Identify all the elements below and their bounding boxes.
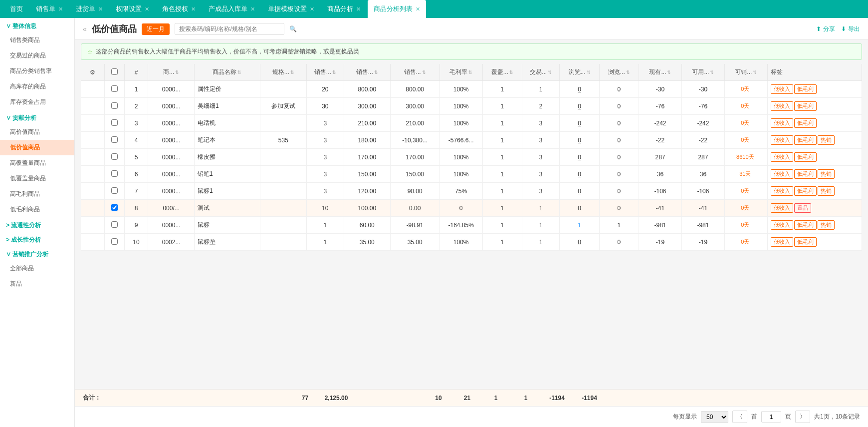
browse-link[interactable]: 1 [578, 222, 581, 229]
search-icon[interactable]: 🔍 [289, 25, 297, 32]
td-browse1[interactable]: 0 [560, 183, 599, 200]
settings-icon[interactable]: ⚙ [90, 69, 95, 76]
nav-permission[interactable]: 权限设置 ✕ [110, 0, 155, 18]
nav-role[interactable]: 角色授权 ✕ [156, 0, 202, 18]
td-browse1[interactable]: 1 [560, 217, 599, 234]
browse-link[interactable]: 0 [578, 120, 581, 127]
browse-link[interactable]: 0 [578, 205, 581, 212]
td-browse1[interactable]: 0 [560, 234, 599, 251]
td-browse1[interactable]: 0 [560, 98, 599, 115]
sidebar-item-sales-products[interactable]: 销售类商品 [0, 32, 74, 48]
row-checkbox[interactable] [111, 153, 118, 160]
sidebar-item-high-coverage[interactable]: 高覆盖量商品 [0, 155, 74, 171]
td-browse1[interactable]: 0 [560, 115, 599, 132]
filter-recent-month[interactable]: 近一月 [142, 23, 170, 35]
td-check[interactable] [105, 234, 125, 251]
sidebar-item-high-value[interactable]: 高价值商品 [0, 124, 74, 140]
th-checkbox[interactable] [105, 64, 125, 81]
close-icon[interactable]: ✕ [98, 6, 103, 12]
td-browse1[interactable]: 0 [560, 166, 599, 183]
close-icon[interactable]: ✕ [191, 6, 196, 12]
close-icon[interactable]: ✕ [310, 6, 314, 12]
close-icon[interactable]: ✕ [250, 6, 255, 12]
sidebar-group-contribution[interactable]: ∨ 贡献分析 [0, 110, 74, 124]
row-checkbox[interactable] [111, 102, 118, 109]
nav-inbound[interactable]: 产成品入库单 ✕ [203, 0, 261, 18]
sidebar-item-traded[interactable]: 交易过的商品 [0, 48, 74, 63]
th-settings[interactable]: ⚙ [81, 64, 105, 81]
collapse-icon[interactable]: « [83, 25, 87, 33]
row-checkbox[interactable] [111, 238, 118, 245]
sidebar-group-marketing[interactable]: ∨ 营销推广分析 [0, 246, 74, 261]
sidebar-item-stock-capital[interactable]: 库存资金占用 [0, 94, 74, 110]
td-check[interactable] [105, 183, 125, 200]
share-button[interactable]: ⬆ 分享 [816, 25, 835, 33]
td-check[interactable] [105, 115, 125, 132]
th-sales-amt[interactable]: 销售... ⇅ [344, 64, 391, 81]
row-checkbox[interactable] [111, 204, 118, 211]
browse-link[interactable]: 0 [578, 154, 581, 161]
th-sales-avg[interactable]: 销售... ⇅ [390, 64, 439, 81]
th-code[interactable]: 商... ⇅ [148, 64, 195, 81]
browse-link[interactable]: 0 [578, 188, 581, 195]
close-icon[interactable]: ✕ [145, 6, 149, 12]
td-check[interactable] [105, 98, 125, 115]
browse-link[interactable]: 0 [578, 86, 581, 93]
sidebar-item-new-products[interactable]: 新品 [0, 276, 74, 292]
sidebar-item-low-coverage[interactable]: 低覆盖量商品 [0, 171, 74, 186]
nav-template[interactable]: 单据模板设置 ✕ [262, 0, 320, 18]
close-icon[interactable]: ✕ [58, 6, 63, 12]
next-page-btn[interactable]: 〉 [795, 411, 810, 423]
row-checkbox[interactable] [111, 221, 118, 228]
close-icon[interactable]: ✕ [416, 6, 420, 12]
sidebar-item-high-stock[interactable]: 高库存的商品 [0, 79, 74, 94]
td-browse1[interactable]: 0 [560, 149, 599, 166]
first-page-btn[interactable]: 〈 [732, 411, 747, 423]
search-input[interactable] [175, 23, 284, 35]
th-spec[interactable]: 规格... ⇅ [260, 64, 307, 81]
sidebar-group-overview[interactable]: ∨ 整体信息 [0, 18, 74, 32]
td-browse1[interactable]: 0 [560, 132, 599, 149]
sidebar-group-growth[interactable]: > 成长性分析 [0, 232, 74, 246]
th-sales-qty[interactable]: 销售... ⇅ [306, 64, 344, 81]
browse-link[interactable]: 0 [578, 137, 581, 144]
td-check[interactable] [105, 217, 125, 234]
nav-home[interactable]: 首页 [4, 0, 29, 18]
th-current[interactable]: 现有... ⇅ [639, 64, 682, 81]
page-number-input[interactable] [761, 411, 781, 423]
row-checkbox[interactable] [111, 85, 118, 92]
row-checkbox[interactable] [111, 170, 118, 177]
td-browse1[interactable]: 0 [560, 81, 599, 98]
th-sellable[interactable]: 可销... ⇅ [724, 64, 767, 81]
th-cover[interactable]: 覆盖... ⇅ [482, 64, 522, 81]
nav-analysis[interactable]: 商品分析 ✕ [321, 0, 367, 18]
td-browse1[interactable]: 0 [560, 200, 599, 217]
browse-link[interactable]: 0 [578, 239, 581, 246]
row-checkbox[interactable] [111, 119, 118, 126]
th-name[interactable]: 商品名称 ⇅ [194, 64, 260, 81]
per-page-select[interactable]: 50 100 [701, 411, 728, 423]
browse-link[interactable]: 0 [578, 103, 581, 110]
nav-sales[interactable]: 销售单 ✕ [30, 0, 69, 18]
sidebar-item-low-margin[interactable]: 低毛利商品 [0, 202, 74, 217]
sidebar-item-all-products[interactable]: 全部商品 [0, 261, 74, 276]
sidebar-item-high-margin[interactable]: 高毛利商品 [0, 186, 74, 202]
td-check[interactable] [105, 166, 125, 183]
td-check[interactable] [105, 149, 125, 166]
td-check[interactable] [105, 81, 125, 98]
th-avail[interactable]: 可用... ⇅ [681, 64, 724, 81]
sidebar-group-circulation[interactable]: > 流通性分析 [0, 217, 74, 232]
browse-link[interactable]: 0 [578, 171, 581, 178]
th-browse2[interactable]: 浏览... ⇅ [599, 64, 639, 81]
table-wrapper[interactable]: ⚙ # 商... ⇅ 商品名称 ⇅ 规格... ⇅ 销售... ⇅ 销售... … [75, 64, 868, 389]
nav-analysis-list[interactable]: 商品分析列表 ✕ [368, 0, 426, 18]
th-browse1[interactable]: 浏览... ⇅ [560, 64, 599, 81]
export-button[interactable]: ⬇ 导出 [841, 25, 860, 33]
close-icon[interactable]: ✕ [356, 6, 361, 12]
th-gross[interactable]: 毛利率 ⇅ [439, 64, 482, 81]
nav-purchase[interactable]: 进货单 ✕ [70, 0, 109, 18]
td-check[interactable] [105, 132, 125, 149]
row-checkbox[interactable] [111, 136, 118, 143]
sidebar-item-low-value[interactable]: 低价值商品 [0, 140, 74, 155]
th-trans[interactable]: 交易... ⇅ [522, 64, 559, 81]
